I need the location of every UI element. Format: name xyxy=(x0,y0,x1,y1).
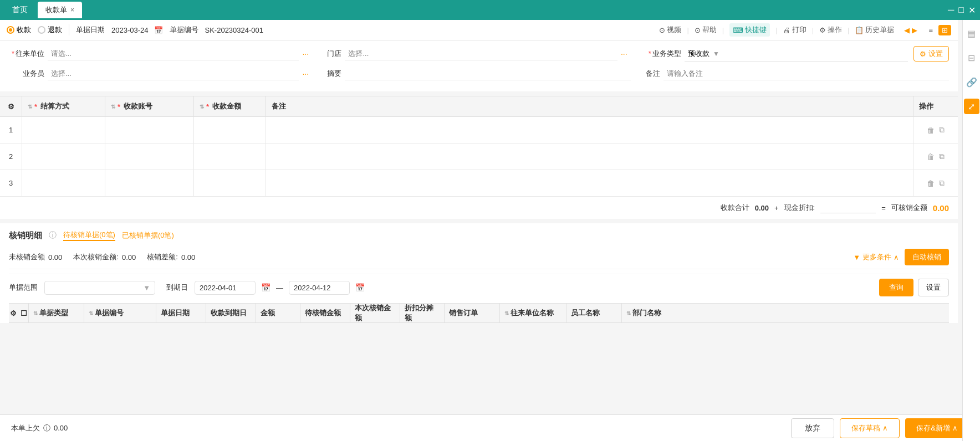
tab-receipt[interactable]: 收款单 × xyxy=(38,2,82,18)
nav-prev-btn[interactable]: ◀ xyxy=(904,26,910,34)
number-value[interactable]: SK-20230324-001 xyxy=(205,26,264,34)
biz-type-field: *业务类型 预收款 ▼ ⚙ 设置 xyxy=(646,46,949,61)
dth-check[interactable]: ⚙ ☐ xyxy=(9,304,29,322)
partner-more-btn[interactable]: ··· xyxy=(299,49,312,58)
delete-icon-1[interactable]: 🗑 xyxy=(927,126,935,135)
td-settle-1[interactable] xyxy=(22,117,105,143)
due-to-input[interactable] xyxy=(289,281,350,295)
shop-more-btn[interactable]: ··· xyxy=(617,49,631,58)
receipt-radio-dot xyxy=(7,26,14,34)
calendar-from-icon[interactable]: 📅 xyxy=(261,283,270,292)
quota-info-icon[interactable]: ⓘ xyxy=(43,423,50,433)
partner-input[interactable] xyxy=(48,47,299,60)
dth-date: 单据日期 xyxy=(156,304,206,322)
copy-icon-3[interactable]: ⧉ xyxy=(939,178,945,188)
abandon-btn[interactable]: 放弃 xyxy=(791,418,834,438)
refund-radio-label: 退款 xyxy=(48,25,62,35)
td-amount-2[interactable] xyxy=(194,143,266,170)
settings-btn[interactable]: ⚙ 设置 xyxy=(913,46,949,61)
window-close-btn[interactable]: ✕ xyxy=(968,5,976,16)
td-remark-3[interactable] xyxy=(266,170,913,196)
td-account-1[interactable] xyxy=(105,117,194,143)
td-settle-3[interactable] xyxy=(22,170,105,196)
receipt-radio-label: 收款 xyxy=(17,25,31,35)
copy-icon-1[interactable]: ⧉ xyxy=(939,125,945,135)
divider-1 xyxy=(69,24,69,35)
td-remark-2[interactable] xyxy=(266,143,913,170)
operate-btn[interactable]: ⚙ 操作 xyxy=(819,25,842,35)
sidebar-list-icon[interactable]: ⊟ xyxy=(964,50,979,65)
pending-tab[interactable]: 待核销单据(0笔) xyxy=(63,230,115,241)
td-remark-1[interactable] xyxy=(266,117,913,143)
sidebar-expand-icon[interactable]: ⤢ xyxy=(964,99,979,114)
print-btn[interactable]: 🖨 打印 xyxy=(783,25,807,35)
bottom-left: 本单上欠 ⓘ 0.00 xyxy=(11,423,68,433)
due-from-input[interactable] xyxy=(195,281,256,295)
history-icon: 📋 xyxy=(855,26,864,34)
shop-input[interactable] xyxy=(345,47,617,60)
delete-icon-2[interactable]: 🗑 xyxy=(927,152,935,161)
calendar-icon[interactable]: 📅 xyxy=(154,26,163,34)
td-action-3: 🗑 ⧉ xyxy=(913,170,958,196)
this-item: 本次核销金额: 0.00 xyxy=(73,252,136,262)
video-btn[interactable]: ⊙ 视频 xyxy=(659,25,681,35)
section-header: 核销明细 ⓘ 待核销单据(0笔) 已核销单据(0笔) xyxy=(9,230,949,241)
auto-cancel-btn[interactable]: 自动核销 xyxy=(905,249,949,265)
history-btn[interactable]: 📋 历史单据 xyxy=(855,25,894,35)
query-btn[interactable]: 查询 xyxy=(879,279,913,296)
operate-icon: ⚙ xyxy=(819,26,826,34)
toolbar-right: ⊙ 视频 | ⊙ 帮助 | ⌨ 快捷键 | 🖨 打印 | ⚙ 操作 xyxy=(659,23,951,37)
td-account-2[interactable] xyxy=(105,143,194,170)
diff-value: 0.00 xyxy=(181,253,195,261)
help-btn[interactable]: ⊙ 帮助 xyxy=(695,25,717,35)
nav-next-btn[interactable]: ▶ xyxy=(912,26,917,34)
draft-btn[interactable]: 保存草稿 ∧ xyxy=(840,418,900,438)
save-new-btn[interactable]: 保存&新增 ∧ xyxy=(905,418,969,438)
window-minimize-btn[interactable]: ─ xyxy=(948,5,954,15)
td-account-3[interactable] xyxy=(105,170,194,196)
copy-icon-2[interactable]: ⧉ xyxy=(939,152,945,161)
refund-radio-dot xyxy=(38,26,45,34)
range-select[interactable]: ▼ xyxy=(44,281,155,295)
tab-home[interactable]: 首页 xyxy=(4,2,35,18)
gear-icon: ⚙ xyxy=(920,50,926,58)
dth-this: 本次核销金额 xyxy=(350,304,400,322)
tab-close-icon[interactable]: × xyxy=(70,6,74,14)
th-settings[interactable]: ⚙ xyxy=(0,96,22,116)
date-value[interactable]: 2023-03-24 xyxy=(111,26,149,34)
partner-field: *往来单位 ··· xyxy=(9,47,312,60)
sidebar-link-icon[interactable]: 🔗 xyxy=(964,74,979,90)
td-amount-1[interactable] xyxy=(194,117,266,143)
td-index-2: 2 xyxy=(0,143,22,170)
form-area: *往来单位 ··· 门店 ··· *业务类型 预收款 ▼ xyxy=(0,40,958,96)
note-input[interactable] xyxy=(663,67,949,80)
set-btn[interactable]: 设置 xyxy=(918,279,949,296)
discount-input[interactable] xyxy=(820,202,876,213)
calendar-to-icon[interactable]: 📅 xyxy=(355,283,365,292)
td-settle-2[interactable] xyxy=(22,143,105,170)
list-view-icon[interactable]: ≡ xyxy=(925,25,936,35)
delete-icon-3[interactable]: 🗑 xyxy=(927,179,935,188)
sidebar-table-icon[interactable]: ▤ xyxy=(964,25,979,41)
staff-more-btn[interactable]: ··· xyxy=(299,69,312,78)
total-value: 0.00 xyxy=(755,204,769,212)
th-account: ⇅ * 收款账号 xyxy=(105,96,194,116)
summary-input[interactable] xyxy=(345,67,630,80)
due-date-field: 到期日 📅 — 📅 xyxy=(166,281,367,295)
staff-input[interactable] xyxy=(48,67,299,80)
more-filter-btn[interactable]: ▼ 更多条件 ∧ xyxy=(853,252,899,262)
refund-radio[interactable]: 退款 xyxy=(38,25,62,35)
td-amount-3[interactable] xyxy=(194,170,266,196)
info-icon[interactable]: ⓘ xyxy=(49,230,57,240)
shortcut-btn[interactable]: ⌨ 快捷键 xyxy=(729,23,770,37)
biz-type-select[interactable]: 预收款 ▼ xyxy=(685,47,908,61)
grid-view-icon[interactable]: ⊞ xyxy=(938,25,951,35)
settings-icon: ⚙ xyxy=(8,102,14,111)
receipt-radio[interactable]: 收款 xyxy=(7,25,31,35)
checkbox-all[interactable]: ☐ xyxy=(21,309,27,317)
main-content: 收款 退款 单据日期 2023-03-24 📅 单据编号 SK-20230324… xyxy=(0,20,958,414)
window-maximize-btn[interactable]: □ xyxy=(958,5,964,15)
form-row-1: *往来单位 ··· 门店 ··· *业务类型 预收款 ▼ xyxy=(9,46,949,61)
done-tab[interactable]: 已核销单据(0笔) xyxy=(122,230,174,240)
equals-sign: = xyxy=(881,204,886,212)
